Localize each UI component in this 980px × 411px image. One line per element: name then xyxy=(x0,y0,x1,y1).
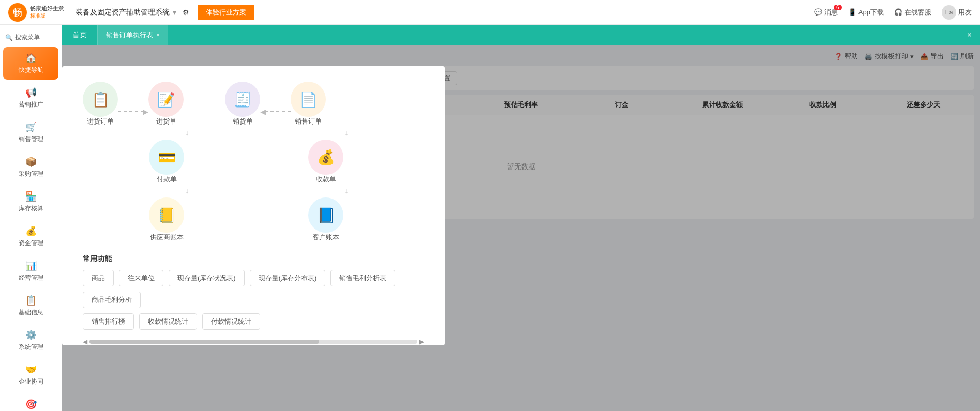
newbie-icon: 🎯 xyxy=(25,399,37,410)
message-button[interactable]: 💬 消息 6 xyxy=(814,8,838,17)
customer-ledger-label: 客户账本 xyxy=(312,233,339,242)
sidebar-item-inventory[interactable]: 🏪 库存核算 xyxy=(3,186,58,218)
receipt-bill-circle: 💰 xyxy=(308,140,343,175)
payment-bill-circle: 💳 xyxy=(149,140,184,175)
tab-close-icon[interactable]: × xyxy=(156,32,160,39)
enterprise-icon: 🤝 xyxy=(25,364,37,375)
scroll-right-arrow[interactable]: ▶ xyxy=(419,338,424,345)
func-btn-payment-stats[interactable]: 付款情况统计 xyxy=(202,313,260,330)
page-content: ❓ 帮助 🖨️ 按模板打印 ▾ 📤 导出 🔄 刷新 xyxy=(62,45,980,411)
scroll-track[interactable] xyxy=(89,340,417,344)
search-icon: 🔍 xyxy=(5,34,13,41)
avatar: Ea xyxy=(942,5,956,20)
basic-info-icon: 📋 xyxy=(25,295,37,306)
flow-node-payment-bill[interactable]: 💳 付款单 xyxy=(149,140,184,184)
func-btn-product-profit[interactable]: 商品毛利分析 xyxy=(83,292,141,308)
app-download-button[interactable]: 📱 App下载 xyxy=(848,8,884,17)
logo-area: 畅 畅康通好生意 标准版 xyxy=(8,3,70,22)
finance-icon: 💰 xyxy=(25,225,37,237)
sidebar-item-basic-info[interactable]: 📋 基础信息 xyxy=(3,290,58,322)
purchase-icon: 📦 xyxy=(25,156,37,168)
operations-icon: 📊 xyxy=(25,260,37,271)
purchase-bill-label: 进货单 xyxy=(156,117,176,126)
sales-bill-circle: 🧾 xyxy=(225,82,260,117)
logo-text: 畅康通好生意 标准版 xyxy=(30,5,64,19)
down-arrow-receipt: ↓ xyxy=(329,186,364,195)
search-menu[interactable]: 🔍 搜索菜单 xyxy=(0,29,62,46)
flow-node-sales-bill[interactable]: 🧾 销货单 xyxy=(225,82,260,126)
modal-box: 📋 进货订单 ▶ xyxy=(62,66,445,345)
scroll-left-arrow[interactable]: ◀ xyxy=(83,338,87,345)
header-right: 💬 消息 6 📱 App下载 🎧 在线客服 Ea 用友 xyxy=(814,5,972,20)
sidebar-item-finance-mgmt[interactable]: 💰 资金管理 xyxy=(3,220,58,253)
func-btn-sales-rank[interactable]: 销售排行榜 xyxy=(83,313,134,330)
marketing-icon: 📢 xyxy=(25,87,37,98)
system-title-dropdown-icon[interactable]: ▾ xyxy=(173,8,176,17)
message-icon: 💬 xyxy=(814,8,822,16)
top-header: 畅 畅康通好生意 标准版 装备及固定资产辅助管理系统 ▾ ⚙ 体验行业方案 💬 … xyxy=(0,0,980,25)
system-title-text: 装备及固定资产辅助管理系统 xyxy=(76,8,170,17)
flow-node-purchase-order[interactable]: 📋 进货订单 xyxy=(83,82,118,126)
headset-icon: 🎧 xyxy=(894,8,902,16)
sidebar-item-newbie[interactable]: 🎯 新手引导 xyxy=(3,393,58,411)
func-btn-product[interactable]: 商品 xyxy=(83,270,114,286)
tab-sales-order[interactable]: 销售订单执行表 × xyxy=(98,25,168,45)
sidebar-item-marketing[interactable]: 📢 营销推广 xyxy=(3,82,58,114)
func-btn-receipt-stats[interactable]: 收款情况统计 xyxy=(139,313,197,330)
receipt-bill-label: 收款单 xyxy=(316,175,336,184)
sales-bill-label: 销货单 xyxy=(233,117,253,126)
scroll-thumb[interactable] xyxy=(89,340,319,344)
arrow-order-to-bill: ▶ xyxy=(260,108,291,126)
sidebar-item-purchase-mgmt[interactable]: 📦 采购管理 xyxy=(3,151,58,184)
flow-node-purchase-bill[interactable]: 📝 进货单 xyxy=(148,82,184,126)
flow-node-supplier-ledger[interactable]: 📒 供应商账本 xyxy=(149,197,184,242)
purchase-order-label: 进货订单 xyxy=(87,117,114,126)
down-arrow-payment: ↓ xyxy=(170,186,205,195)
supplier-ledger-label: 供应商账本 xyxy=(150,233,184,242)
main-layout: 🔍 搜索菜单 🏠 快捷导航 📢 营销推广 🛒 销售管理 📦 采购管理 🏪 库存核… xyxy=(0,25,980,411)
flow-node-sales-order[interactable]: 📄 销售订单 xyxy=(291,82,326,126)
customer-ledger-circle: 📘 xyxy=(308,197,343,233)
message-badge: 6 xyxy=(834,5,842,10)
horizontal-scrollbar[interactable]: ◀ ▶ xyxy=(83,338,424,345)
func-btn-partner[interactable]: 往来单位 xyxy=(119,270,163,286)
tab-home[interactable]: 首页 xyxy=(62,25,98,45)
sales-icon: 🛒 xyxy=(25,121,37,133)
common-functions-section: 常用功能 商品 往来单位 现存量(库存状况表) 现存量(库存分布表) 销售毛利分… xyxy=(83,254,424,330)
flow-diagram: 📋 进货订单 ▶ xyxy=(83,82,424,242)
func-buttons-row1: 商品 往来单位 现存量(库存状况表) 现存量(库存分布表) 销售毛利分析表 商品… xyxy=(83,270,424,308)
sidebar-item-sales-mgmt[interactable]: 🛒 销售管理 xyxy=(3,116,58,149)
down-arrow-sales: ↓ xyxy=(329,128,364,138)
flow-node-customer-ledger[interactable]: 📘 客户账本 xyxy=(308,197,343,242)
system-icon: ⚙️ xyxy=(25,329,37,341)
sidebar-item-operations[interactable]: 📊 经营管理 xyxy=(3,255,58,287)
system-title-area: 装备及固定资产辅助管理系统 ▾ ⚙ 体验行业方案 xyxy=(76,5,814,20)
func-btn-stock-status[interactable]: 现存量(库存状况表) xyxy=(169,270,245,286)
inventory-icon: 🏪 xyxy=(25,191,37,202)
arrow-purchase-to-bill: ▶ xyxy=(118,108,148,126)
trial-button[interactable]: 体验行业方案 xyxy=(198,5,254,20)
supplier-ledger-circle: 📒 xyxy=(149,197,184,233)
func-btn-stock-dist[interactable]: 现存量(库存分布表) xyxy=(250,270,326,286)
user-menu[interactable]: Ea 用友 xyxy=(942,5,972,20)
home-icon: 🏠 xyxy=(25,52,37,64)
app-download-icon: 📱 xyxy=(848,8,856,16)
func-buttons-row2: 销售排行榜 收款情况统计 付款情况统计 xyxy=(83,313,424,330)
common-func-title: 常用功能 xyxy=(83,254,424,264)
sales-order-circle: 📄 xyxy=(291,82,326,117)
sidebar-item-quick-nav[interactable]: 🏠 快捷导航 xyxy=(3,47,58,80)
down-arrow-purchase: ↓ xyxy=(170,128,205,138)
purchase-order-circle: 📋 xyxy=(83,82,118,117)
modal-overlay[interactable]: 📋 进货订单 ▶ xyxy=(62,45,980,411)
purchase-bill-circle: 📝 xyxy=(148,82,184,117)
sidebar-item-enterprise[interactable]: 🤝 企业协同 xyxy=(3,359,58,391)
payment-bill-label: 付款单 xyxy=(157,175,177,184)
flow-node-receipt-bill[interactable]: 💰 收款单 xyxy=(308,140,343,184)
close-all-tabs-icon[interactable]: × xyxy=(959,31,980,40)
gear-icon[interactable]: ⚙ xyxy=(183,8,189,17)
sales-order-label: 销售订单 xyxy=(295,117,322,126)
online-service-button[interactable]: 🎧 在线客服 xyxy=(894,8,931,17)
func-btn-sales-profit[interactable]: 销售毛利分析表 xyxy=(330,270,395,286)
sidebar-item-system-mgmt[interactable]: ⚙️ 系统管理 xyxy=(3,324,58,357)
content-area: 首页 销售订单执行表 × × ❓ 帮助 🖨️ 按模板打印 ▾ xyxy=(62,25,980,411)
